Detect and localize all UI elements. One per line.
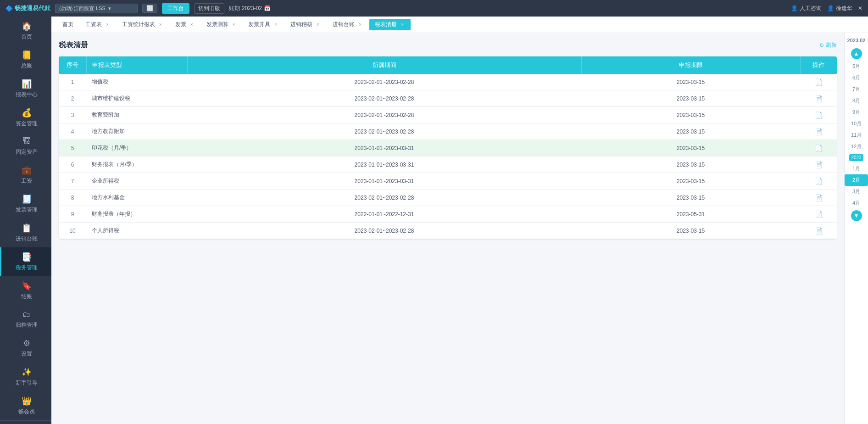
invoice-icon: 🧾 [22, 194, 32, 204]
col-action: 操作 [800, 56, 837, 74]
tab-invoice-calc[interactable]: 发票测算 × [201, 19, 242, 30]
cell-no: 7 [59, 173, 86, 190]
tax-table: 序号 申报表类型 所属期间 申报期限 操作 1增值税2023-02-01~202… [59, 56, 837, 239]
salary-icon: 💼 [22, 165, 32, 175]
timeline-month-4[interactable]: 4月 [845, 197, 868, 209]
table-row: 7企业所得税2023-01-01~2023-03-312023-03-15📄 [59, 173, 837, 190]
tab-invoice-label: 发票 [175, 21, 186, 28]
action-icon[interactable]: 📄 [815, 78, 823, 86]
report-icon: 📊 [22, 79, 32, 89]
timeline-month-8[interactable]: 8月 [845, 95, 868, 106]
timeline-year-2023: 2023 [849, 154, 863, 161]
refresh-icon: ↻ [819, 42, 824, 49]
logo-icon: 🔷 [6, 5, 13, 12]
tab-invoice[interactable]: 发票 × [170, 19, 200, 30]
tab-inout-audit-label: 进销稽核 [290, 21, 312, 28]
timeline-month-7[interactable]: 7月 [845, 84, 868, 95]
timeline-month-6[interactable]: 6月 [845, 72, 868, 84]
tab-salary-table[interactable]: 工资表 × [80, 19, 116, 30]
tab-inout-audit[interactable]: 进销稽核 × [285, 19, 326, 30]
action-icon[interactable]: 📄 [815, 112, 823, 119]
cell-deadline: 2023-03-15 [581, 173, 800, 190]
sidebar-item-member[interactable]: 👑 畅会员 [0, 391, 51, 420]
sidebar-item-settle[interactable]: 🔖 结账 [0, 276, 51, 305]
tab-tax-clearance[interactable]: 税表清册 × [369, 19, 411, 30]
timeline-month-9[interactable]: 9月 [845, 106, 868, 118]
sidebar-label-member: 畅会员 [18, 408, 35, 416]
tab-inout-ledger-label: 进销台账 [333, 21, 355, 28]
tab-salary-report-close[interactable]: × [158, 22, 163, 28]
sidebar-item-guide[interactable]: ✨ 新手引导 [0, 363, 51, 391]
sidebar-item-archive[interactable]: 🗂 归档管理 [0, 305, 51, 334]
tab-inout-ledger[interactable]: 进销台账 × [327, 19, 368, 30]
table-row: 1增值税2023-02-01~2023-02-282023-03-15📄 [59, 74, 837, 90]
timeline-month-2-current[interactable]: 2月 [845, 174, 868, 186]
timeline-month-3[interactable]: 3月 [845, 186, 868, 197]
tab-invoice-open[interactable]: 发票开具 × [243, 19, 284, 30]
period-display: 账期 2023-02 📅 [229, 5, 271, 12]
sidebar-item-report[interactable]: 📊 报表中心 [0, 74, 51, 103]
cell-type: 城市维护建设税 [86, 90, 187, 107]
cell-period: 2023-02-01~2023-02-28 [187, 90, 581, 107]
timeline-down-btn[interactable]: ▼ [851, 210, 862, 221]
action-icon[interactable]: 📄 [815, 95, 823, 102]
tab-salary-table-close[interactable]: × [105, 22, 110, 28]
tab-inout-ledger-close[interactable]: × [357, 22, 363, 28]
action-icon[interactable]: 📄 [815, 145, 823, 152]
company-selector[interactable]: (勿动) 江西服宜-LSS ▾ [55, 4, 138, 13]
timeline-month-1[interactable]: 1月 [845, 163, 868, 174]
tab-inout-audit-close[interactable]: × [315, 22, 321, 28]
sidebar-item-salary[interactable]: 💼 工资 [0, 161, 51, 190]
sidebar-label-guide: 新手引导 [16, 379, 38, 387]
guide-icon: ✨ [22, 367, 32, 377]
ai-consult-btn[interactable]: 👤 人工咨询 [791, 5, 822, 12]
cell-period: 2023-01-01~2023-03-31 [187, 140, 581, 156]
tab-home[interactable]: 首页 [57, 19, 79, 30]
cell-deadline: 2023-03-15 [581, 140, 800, 156]
sidebar-item-inout[interactable]: 📋 进销台账 [0, 218, 51, 247]
refresh-button[interactable]: ↻ 刷新 [819, 41, 837, 49]
user-menu[interactable]: 👤 徐逢华 [827, 5, 852, 12]
tab-tax-clearance-close[interactable]: × [400, 22, 405, 28]
sidebar-label-salary: 工资 [21, 177, 32, 185]
cell-action: 📄 [800, 140, 837, 156]
tab-salary-report[interactable]: 工资统计报表 × [117, 19, 169, 30]
sidebar-item-ledger[interactable]: 📒 总账 [0, 45, 51, 74]
sidebar-item-home[interactable]: 🏠 首页 [0, 17, 51, 45]
timeline-month-11[interactable]: 11月 [845, 129, 868, 141]
cell-deadline: 2023-05-31 [581, 206, 800, 223]
timeline-month-10[interactable]: 10月 [845, 118, 868, 129]
timeline-up-btn[interactable]: ▲ [851, 48, 862, 59]
timeline-month-12[interactable]: 12月 [845, 141, 868, 152]
cell-type: 地方水利基金 [86, 190, 187, 206]
sidebar-item-invoice[interactable]: 🧾 发票管理 [0, 190, 51, 218]
action-icon[interactable]: 📄 [815, 227, 823, 234]
old-mode-button[interactable]: 切到旧版 [194, 3, 224, 14]
timeline-month-5[interactable]: 5月 [845, 61, 868, 72]
settings-icon: ⚙ [23, 338, 30, 348]
calendar-icon[interactable]: 📅 [264, 5, 271, 11]
action-icon[interactable]: 📄 [815, 128, 823, 135]
funds-icon: 💰 [22, 108, 32, 118]
top-bar: 🔷 畅捷通易代账 (勿动) 江西服宜-LSS ▾ ⬜ 工作台 切到旧版 账期 2… [0, 0, 868, 17]
tab-invoice-open-close[interactable]: × [273, 22, 278, 28]
tab-invoice-close[interactable]: × [189, 22, 195, 28]
sidebar-item-assets[interactable]: 🏗 固定资产 [0, 132, 51, 161]
tab-invoice-calc-close[interactable]: × [231, 22, 237, 28]
workspace-button[interactable]: 工作台 [162, 3, 189, 14]
window-close-btn[interactable]: ✕ [858, 5, 862, 11]
tab-salary-table-label: 工资表 [85, 21, 102, 28]
sidebar-item-funds[interactable]: 💰 资金管理 [0, 103, 51, 132]
action-icon[interactable]: 📄 [815, 178, 823, 185]
tab-bar: 首页 工资表 × 工资统计报表 × 发票 × 发票测算 × 发票开具 × [51, 17, 868, 33]
action-icon[interactable]: 📄 [815, 211, 823, 218]
action-icon[interactable]: 📄 [815, 194, 823, 201]
action-icon[interactable]: 📄 [815, 161, 823, 168]
sidebar-item-settings[interactable]: ⚙ 设置 [0, 334, 51, 363]
cell-type: 企业所得税 [86, 173, 187, 190]
table-row: 3教育费附加2023-02-01~2023-02-282023-03-15📄 [59, 107, 837, 123]
sidebar-item-tax[interactable]: 📑 税务管理 [0, 247, 51, 276]
page-title-bar: 税表清册 ↻ 刷新 [59, 40, 837, 50]
copy-button[interactable]: ⬜ [142, 4, 157, 13]
sidebar-label-invoice: 发票管理 [16, 206, 38, 214]
